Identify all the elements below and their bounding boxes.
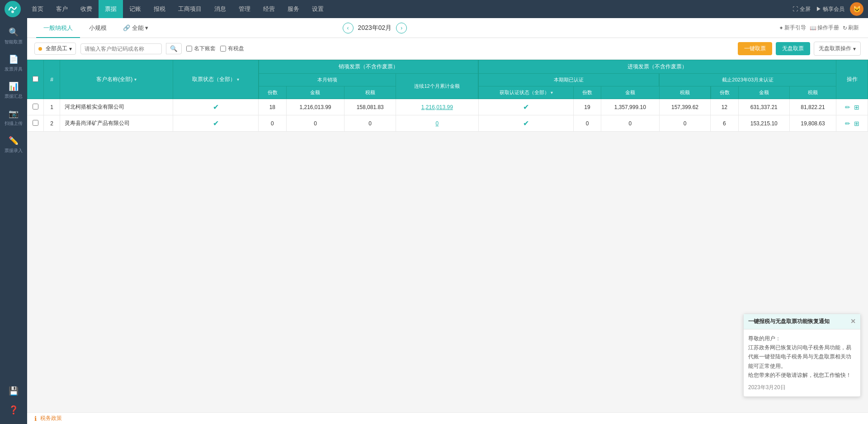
nav-item-operation[interactable]: 经营	[257, 0, 281, 18]
checkbox-account[interactable]: 名下账套	[186, 45, 216, 52]
notification-popup: 一键报税与无盘取票功能恢复通知 ✕ 尊敬的用户： 江苏政务网已恢复访问电子税务局…	[743, 314, 861, 397]
toolbar: 全部员工 ▾ 🔍 名下账套 有税盘 一键取票 无盘取票 无盘取票操作 ▾	[27, 38, 868, 60]
top-nav: 首页 客户 收费 票据 记账 报税 工商项目 消息 管理 经营 服务 设置 ⛶ …	[0, 0, 868, 18]
table-row: 2 灵寿县尚泽矿产品有限公司 ✔ 0 0 0 0 ✔ 0 0 0 6 153,2…	[28, 115, 868, 132]
nav-item-message[interactable]: 消息	[208, 0, 232, 18]
avatar[interactable]: 🐱	[850, 2, 863, 16]
edit-icon[interactable]: ✏	[845, 120, 850, 127]
row-select-checkbox[interactable]	[33, 104, 38, 110]
certify-filter-icon[interactable]: ▾	[551, 90, 553, 95]
th-this-term-certified: 本期期已认证	[478, 74, 659, 86]
search-button[interactable]: 🔍	[166, 43, 182, 54]
sidebar-label-smart: 智能取票	[5, 39, 23, 45]
notification-content: 江苏政务网已恢复访问电子税务局功能，易代账一键登陆电子税务局与无盘取票相关功能可…	[748, 343, 856, 371]
sidebar-item-summary[interactable]: 📊 票据汇总	[0, 77, 27, 104]
checkbox-taxpad-input[interactable]	[220, 46, 226, 52]
checkbox-account-input[interactable]	[186, 46, 192, 52]
nav-item-home[interactable]: 首页	[25, 0, 50, 18]
nav-item-business[interactable]: 工商项目	[172, 0, 208, 18]
diskless-ops-button[interactable]: 无盘取票操作 ▾	[814, 42, 861, 56]
nav-item-manage[interactable]: 管理	[232, 0, 257, 18]
staff-label: 全部员工	[46, 45, 67, 52]
sidebar-item-save[interactable]: 💾	[0, 381, 27, 400]
row-purchase-certified-tax: 0	[659, 115, 710, 132]
row-purchase-certified-qty: 19	[574, 99, 601, 115]
scan-icon: 📷	[9, 109, 19, 119]
row-sales-qty: 18	[259, 99, 286, 115]
view-icon[interactable]: ⊞	[854, 104, 859, 111]
nav-item-settings[interactable]: 设置	[306, 0, 330, 18]
sidebar-item-open-invoice[interactable]: 📄 发票开具	[0, 50, 27, 77]
th-checkbox[interactable]	[28, 60, 44, 99]
tax-icon: ℹ	[34, 415, 37, 422]
row-certify-status: ✔	[478, 115, 573, 132]
member-button[interactable]: ▶ 畅享会员	[816, 5, 844, 13]
diskless-fetch-button[interactable]: 无盘取票	[776, 42, 810, 55]
content-area: 一般纳税人 小规模 🔗 全能 ▾ ‹ 2023年02月 › ✦ 新手引导 📖 操…	[27, 18, 868, 424]
save-icon: 💾	[9, 386, 19, 396]
select-all-checkbox[interactable]	[33, 76, 38, 82]
th-purchase-certified-qty: 份数	[574, 86, 601, 99]
notification-footer: 给您带来的不便敬请谅解，祝您工作愉快！	[748, 371, 856, 380]
checkbox-taxpad[interactable]: 有税盘	[220, 45, 244, 52]
nav-item-fees[interactable]: 收费	[74, 0, 99, 18]
logo[interactable]	[5, 1, 21, 17]
refresh-button[interactable]: ↻ 刷新	[843, 24, 859, 32]
th-certify-status: 获取认证状态（全部） ▾	[478, 86, 573, 99]
cancel-filter-icon[interactable]: ▾	[237, 77, 239, 82]
fullscreen-button[interactable]: ⛶ 全屏	[793, 5, 810, 13]
svg-point-1	[11, 10, 14, 13]
nav-item-invoice[interactable]: 票据	[99, 0, 123, 18]
search-input[interactable]	[80, 43, 162, 54]
client-filter-icon[interactable]: ▾	[134, 77, 137, 82]
staff-select[interactable]: 全部员工 ▾	[34, 43, 76, 55]
tab-small-scale[interactable]: 小规模	[82, 18, 114, 38]
notification-close-button[interactable]: ✕	[850, 318, 856, 325]
universal-icon: 🔗	[123, 24, 130, 31]
th-client-name: 客户名称(全部) ▾	[60, 60, 173, 99]
one-click-fetch-button[interactable]: 一键取票	[738, 42, 772, 55]
main-layout: 🔍 智能取票 📄 发票开具 📊 票据汇总 📷 扫描上传 ✏️ 票据录入 💾 ❓	[0, 18, 868, 424]
th-purchase-invoice: 进项发票（不含作废票）	[478, 60, 836, 74]
tab-bar-right: ✦ 新手引导 📖 操作手册 ↻ 刷新	[779, 24, 859, 32]
th-sales-amount: 金额	[286, 86, 344, 99]
tab-general-taxpayer[interactable]: 一般纳税人	[36, 18, 80, 38]
th-purchase-certified-amount: 金额	[601, 86, 659, 99]
next-period-button[interactable]: ›	[396, 23, 407, 33]
edit-icon[interactable]: ✏	[845, 104, 850, 111]
row-cumulative[interactable]: 1,216,013.99	[396, 99, 478, 115]
row-purchase-uncert-amount: 631,337.21	[738, 99, 789, 115]
period-label: 2023年02月	[358, 24, 392, 32]
manual-button[interactable]: 📖 操作手册	[810, 24, 839, 32]
notification-greeting: 尊敬的用户：	[748, 334, 856, 343]
sidebar-item-help[interactable]: ❓	[0, 400, 27, 419]
prev-period-button[interactable]: ‹	[343, 23, 354, 33]
tax-policy-link[interactable]: 税务政策	[40, 414, 62, 422]
nav-item-service[interactable]: 服务	[281, 0, 306, 18]
view-icon[interactable]: ⊞	[854, 120, 859, 127]
row-sales-amount: 1,216,013.99	[286, 99, 344, 115]
th-operations: 操作	[836, 60, 868, 99]
help-icon: ❓	[9, 405, 19, 415]
nav-item-accounting[interactable]: 记账	[123, 0, 147, 18]
th-purchase-uncert-amount: 金额	[738, 86, 789, 99]
row-select-checkbox[interactable]	[33, 120, 38, 126]
new-guide-button[interactable]: ✦ 新手引导	[779, 24, 806, 32]
row-checkbox[interactable]	[28, 115, 44, 132]
sidebar-item-scan[interactable]: 📷 扫描上传	[0, 104, 27, 131]
row-cancel-status: ✔	[173, 115, 258, 132]
row-checkbox[interactable]	[28, 99, 44, 115]
summary-icon: 📊	[9, 81, 19, 91]
tab-universal[interactable]: 🔗 全能 ▾	[116, 18, 156, 38]
sidebar-item-entry[interactable]: ✏️ 票据录入	[0, 131, 27, 158]
row-cumulative[interactable]: 0	[396, 115, 478, 132]
sidebar-item-smart-invoice[interactable]: 🔍 智能取票	[0, 23, 27, 50]
th-cancel-status: 取票状态（全部） ▾	[173, 60, 258, 99]
nav-item-client[interactable]: 客户	[50, 0, 74, 18]
tab-nav-arrows: ‹ 2023年02月 ›	[343, 23, 407, 33]
notification-date: 2023年3月20日	[748, 383, 856, 392]
row-purchase-uncert-amount: 153,215.10	[738, 115, 789, 132]
nav-item-tax[interactable]: 报税	[147, 0, 172, 18]
notification-header: 一键报税与无盘取票功能恢复通知 ✕	[744, 314, 860, 329]
th-no: #	[44, 60, 60, 99]
